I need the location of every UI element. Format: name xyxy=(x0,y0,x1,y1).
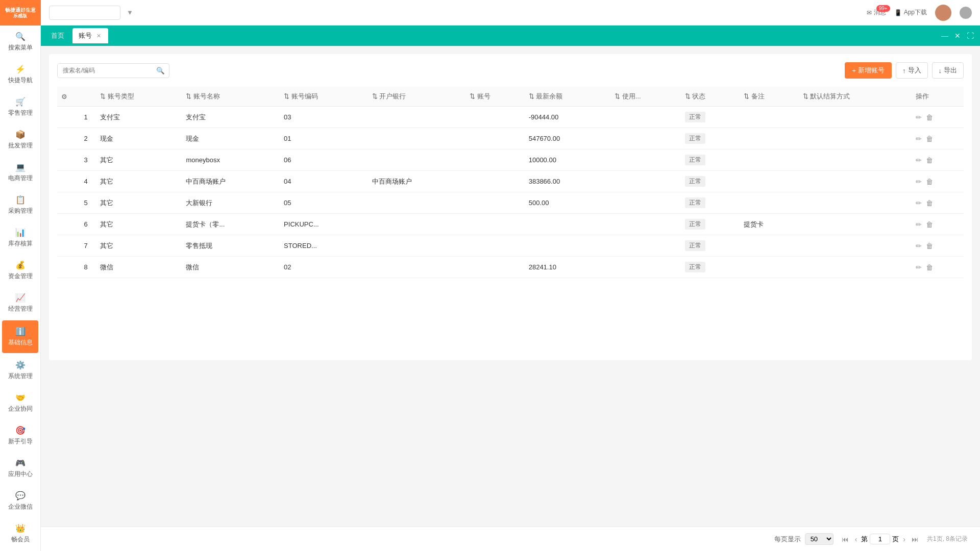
tab-close-all-button[interactable]: ✕ xyxy=(952,31,963,41)
edit-button[interactable]: ✏ xyxy=(916,178,922,186)
row-account xyxy=(465,214,524,235)
edit-button[interactable]: ✏ xyxy=(916,135,922,143)
delete-button[interactable]: 🗑 xyxy=(926,199,933,207)
page-size-select[interactable]: 50 20 100 xyxy=(805,533,834,545)
col-code[interactable]: ⇅ 账号编码 xyxy=(280,87,368,107)
tab-home[interactable]: 首页 xyxy=(45,28,70,43)
row-default-settlement xyxy=(799,128,912,149)
sidebar-item-purchase-mgmt[interactable]: 📋 采购管理 xyxy=(0,189,40,221)
user-avatar[interactable] xyxy=(935,5,951,21)
tab-expand-button[interactable]: ⛶ xyxy=(965,31,976,41)
row-name: 支付宝 xyxy=(182,107,280,128)
message-button[interactable]: ✉ 消息 99+ xyxy=(867,8,886,17)
sidebar-item-new-guide[interactable]: 🎯 新手引导 xyxy=(0,419,40,452)
row-settings xyxy=(57,128,76,149)
col-actions: 操作 xyxy=(912,87,964,107)
row-settings xyxy=(57,235,76,257)
import-button[interactable]: ↑ 导入 xyxy=(896,62,928,79)
delete-button[interactable]: 🗑 xyxy=(926,135,933,143)
row-usage xyxy=(610,192,681,214)
col-balance[interactable]: ⇅ 最新余额 xyxy=(525,87,610,107)
edit-button[interactable]: ✏ xyxy=(916,156,922,164)
row-default-settlement xyxy=(799,214,912,235)
edit-button[interactable]: ✏ xyxy=(916,220,922,229)
app-download-button[interactable]: 📱 App下载 xyxy=(894,8,927,17)
tab-accounts-close[interactable]: ✕ xyxy=(95,32,102,39)
delete-button[interactable]: 🗑 xyxy=(926,178,933,186)
edit-button[interactable]: ✏ xyxy=(916,242,922,250)
col-usage[interactable]: ⇅ 使用... xyxy=(610,87,681,107)
delete-button[interactable]: 🗑 xyxy=(926,156,933,164)
row-actions: ✏ 🗑 xyxy=(912,235,964,257)
topbar-right: ✉ 消息 99+ 📱 App下载 xyxy=(867,5,972,21)
sidebar-item-inventory[interactable]: 📊 库存核算 xyxy=(0,221,40,254)
page-input[interactable] xyxy=(870,534,890,544)
sidebar-item-wholesale-mgmt[interactable]: 📦 批发管理 xyxy=(0,123,40,156)
col-account[interactable]: ⇅ 账号 xyxy=(465,87,524,107)
add-account-button[interactable]: + 新增账号 xyxy=(845,62,892,79)
footer: 每页显示 50 20 100 ⏮ ‹ 第 页 › ⏭ 共1页, 8条记录 xyxy=(41,527,980,551)
delete-button[interactable]: 🗑 xyxy=(926,242,933,250)
sidebar-item-basic-info[interactable]: ℹ️ 基础信息 xyxy=(2,320,38,353)
status-badge: 正常 xyxy=(685,219,705,230)
edit-button[interactable]: ✏ xyxy=(916,263,922,271)
col-settings[interactable]: ⚙ xyxy=(57,87,76,107)
content-area: 🔍 + 新增账号 ↑ 导入 ↓ 导出 xyxy=(41,46,980,527)
row-account xyxy=(465,149,524,171)
export-button[interactable]: ↓ 导出 xyxy=(932,62,964,79)
col-name[interactable]: ⇅ 账号名称 xyxy=(182,87,280,107)
page-first-button[interactable]: ⏮ xyxy=(840,534,851,544)
action-btns: ✏ 🗑 xyxy=(916,199,960,207)
sidebar-item-enterprise-agreement[interactable]: 🤝 企业协同 xyxy=(0,387,40,419)
col-default-settlement[interactable]: ⇅ 默认结算方式 xyxy=(799,87,912,107)
row-actions: ✏ 🗑 xyxy=(912,107,964,128)
edit-button[interactable]: ✏ xyxy=(916,113,922,121)
table-row: 1 支付宝 支付宝 03 -90444.00 正常 ✏ 🗑 xyxy=(57,107,964,128)
sidebar-item-label: 经营管理 xyxy=(8,305,33,313)
sidebar-item-quick-nav[interactable]: ⚡ 快捷导航 xyxy=(0,58,40,91)
edit-button[interactable]: ✏ xyxy=(916,199,922,207)
sidebar-item-vip-member[interactable]: 👑 畅会员 xyxy=(0,517,40,550)
row-account xyxy=(465,235,524,257)
search-input[interactable] xyxy=(58,64,152,77)
sidebar-item-search-menu[interactable]: 🔍 搜索菜单 xyxy=(0,26,40,58)
search-button[interactable]: 🔍 xyxy=(152,64,169,78)
row-name: 提货卡（零... xyxy=(182,214,280,235)
delete-button[interactable]: 🗑 xyxy=(926,113,933,121)
status-badge: 正常 xyxy=(685,197,705,208)
sidebar-item-app-center[interactable]: 🎮 应用中心 xyxy=(0,452,40,485)
import-icon: ↑ xyxy=(902,67,906,74)
delete-button[interactable]: 🗑 xyxy=(926,263,933,271)
tab-accounts[interactable]: 账号 ✕ xyxy=(72,28,108,43)
page-prev-button[interactable]: ‹ xyxy=(853,534,860,544)
row-num: 2 xyxy=(76,128,96,149)
delete-button[interactable]: 🗑 xyxy=(926,220,933,229)
content-card: 🔍 + 新增账号 ↑ 导入 ↓ 导出 xyxy=(49,54,972,360)
row-bank xyxy=(368,214,466,235)
sidebar-item-retail-mgmt[interactable]: 🛒 零售管理 xyxy=(0,91,40,123)
col-bank[interactable]: ⇅ 开户银行 xyxy=(368,87,466,107)
row-account xyxy=(465,107,524,128)
row-name: 微信 xyxy=(182,257,280,278)
row-account xyxy=(465,192,524,214)
col-remark[interactable]: ⇅ 备注 xyxy=(740,87,798,107)
tab-minimize-button[interactable]: — xyxy=(939,31,950,41)
wholesale-icon: 📦 xyxy=(15,130,26,139)
user-avatar2[interactable] xyxy=(960,7,972,19)
col-status[interactable]: ⇅ 状态 xyxy=(681,87,740,107)
sidebar-item-ecommerce-mgmt[interactable]: 💻 电商管理 xyxy=(0,156,40,189)
col-type[interactable]: ⇅ 账号类型 xyxy=(96,87,182,107)
row-bank xyxy=(368,192,466,214)
row-default-settlement xyxy=(799,235,912,257)
sidebar-item-label: 零售管理 xyxy=(8,109,33,117)
topbar-search-input[interactable] xyxy=(49,6,120,20)
row-usage xyxy=(610,257,681,278)
row-name: 零售抵现 xyxy=(182,235,280,257)
sidebar-item-sys-mgmt[interactable]: ⚙️ 系统管理 xyxy=(0,354,40,387)
page-last-button[interactable]: ⏭ xyxy=(910,534,921,544)
sidebar-item-finance-mgmt[interactable]: 💰 资金管理 xyxy=(0,254,40,287)
page-next-button[interactable]: › xyxy=(901,534,908,544)
sidebar-item-enterprise-wechat[interactable]: 💬 企业微信 xyxy=(0,485,40,517)
sidebar-item-operations-mgmt[interactable]: 📈 经营管理 xyxy=(0,287,40,319)
topbar-dropdown-icon[interactable]: ▼ xyxy=(127,9,133,16)
